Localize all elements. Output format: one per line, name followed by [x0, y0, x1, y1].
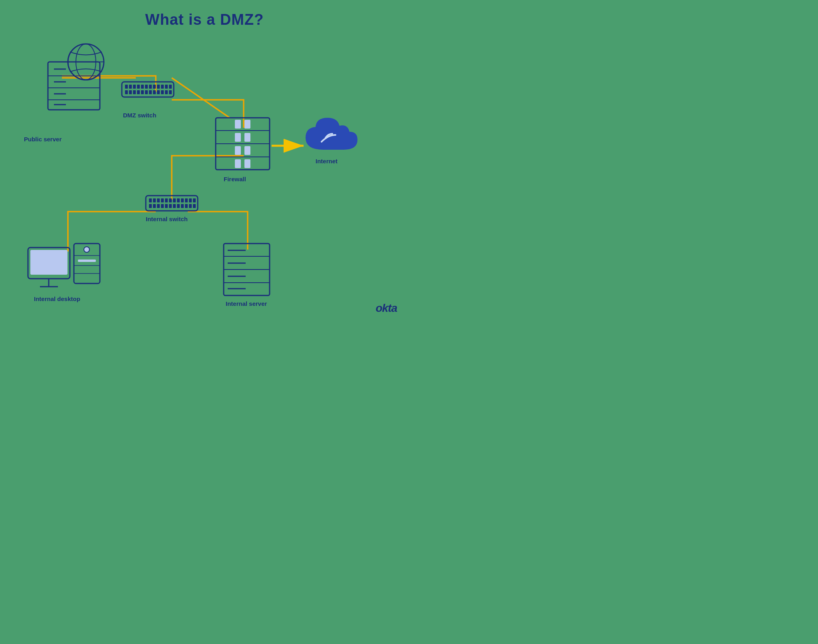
svg-rect-55: [157, 198, 160, 202]
okta-logo: okta: [375, 302, 397, 315]
svg-rect-69: [165, 204, 168, 208]
svg-rect-25: [161, 85, 164, 89]
svg-rect-70: [169, 204, 172, 208]
public-server-label: Public server: [24, 136, 62, 143]
svg-rect-35: [153, 90, 156, 94]
svg-rect-58: [169, 198, 172, 202]
svg-rect-50: [235, 159, 241, 168]
firewall-label: Firewall: [224, 176, 246, 182]
svg-rect-34: [149, 90, 152, 94]
svg-rect-56: [161, 198, 164, 202]
svg-rect-49: [244, 146, 250, 155]
svg-rect-48: [235, 146, 241, 155]
internet-label: Internet: [316, 158, 338, 164]
svg-rect-28: [125, 90, 128, 94]
svg-rect-54: [153, 198, 156, 202]
svg-rect-47: [244, 133, 250, 142]
svg-rect-32: [141, 90, 144, 94]
internal-desktop-label: Internal desktop: [34, 295, 80, 302]
svg-rect-63: [189, 198, 192, 202]
svg-rect-59: [173, 198, 176, 202]
svg-rect-86: [78, 260, 96, 262]
svg-rect-15: [122, 82, 174, 97]
svg-rect-71: [173, 204, 176, 208]
svg-rect-38: [165, 90, 168, 94]
internal-switch-label: Internal switch: [146, 216, 188, 222]
svg-rect-45: [244, 120, 250, 129]
svg-rect-78: [30, 250, 68, 275]
svg-rect-51: [244, 159, 250, 168]
svg-rect-26: [165, 85, 168, 89]
svg-point-85: [84, 247, 89, 252]
svg-rect-20: [141, 85, 144, 89]
svg-rect-21: [145, 85, 148, 89]
svg-rect-16: [125, 85, 128, 89]
svg-line-1: [172, 78, 230, 118]
svg-rect-64: [193, 198, 196, 202]
diagram-canvas: What is a DMZ?: [0, 0, 409, 322]
svg-rect-73: [181, 204, 184, 208]
internal-server-label: Internal server: [226, 300, 267, 307]
dmz-switch-label: DMZ switch: [123, 112, 156, 119]
svg-rect-31: [137, 90, 140, 94]
svg-rect-17: [129, 85, 132, 89]
svg-rect-72: [177, 204, 180, 208]
svg-rect-66: [153, 204, 156, 208]
svg-rect-29: [129, 90, 132, 94]
svg-rect-53: [149, 198, 152, 202]
svg-rect-61: [181, 198, 184, 202]
svg-rect-23: [153, 85, 156, 89]
svg-rect-74: [185, 204, 188, 208]
svg-rect-62: [185, 198, 188, 202]
svg-rect-36: [157, 90, 160, 94]
svg-rect-37: [161, 90, 164, 94]
svg-rect-39: [169, 90, 172, 94]
svg-rect-19: [137, 85, 140, 89]
svg-rect-60: [177, 198, 180, 202]
svg-rect-22: [149, 85, 152, 89]
svg-rect-65: [149, 204, 152, 208]
svg-rect-30: [133, 90, 136, 94]
svg-rect-18: [133, 85, 136, 89]
svg-rect-27: [169, 85, 172, 89]
svg-rect-44: [235, 120, 241, 129]
svg-rect-76: [193, 204, 196, 208]
svg-rect-46: [235, 133, 241, 142]
svg-rect-68: [161, 204, 164, 208]
svg-rect-24: [157, 85, 160, 89]
svg-rect-57: [165, 198, 168, 202]
svg-rect-33: [145, 90, 148, 94]
svg-rect-67: [157, 204, 160, 208]
svg-rect-75: [189, 204, 192, 208]
